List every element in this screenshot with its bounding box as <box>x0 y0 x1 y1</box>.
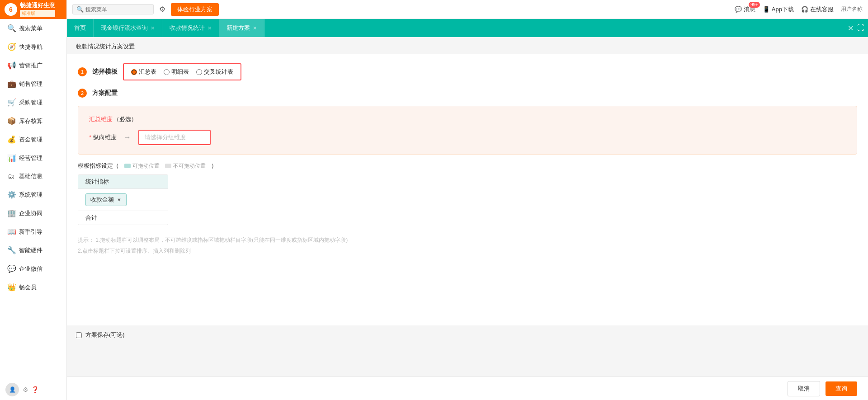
form-card: 1 选择模板 汇总表 明细表 交叉统计表 <box>67 54 868 325</box>
message-button[interactable]: 💬 消息 99+ <box>735 5 755 14</box>
message-count: 99+ <box>749 2 760 8</box>
sidebar-item-label: 企业微信 <box>19 265 42 273</box>
tab-cashflow[interactable]: 现金银行流水查询 ✕ <box>94 19 162 37</box>
dimension-panel: 汇总维度（必选） * 纵向维度 → 请选择分组维度 <box>78 106 857 155</box>
radio-cross-input[interactable] <box>196 69 202 75</box>
query-button[interactable]: 查询 <box>826 381 857 396</box>
download-button[interactable]: 📱 App下载 <box>763 5 794 14</box>
sidebar-item-business[interactable]: 📊 经营管理 <box>0 149 66 167</box>
step1-label: 选择模板 <box>92 68 118 76</box>
draggable-dot <box>124 164 131 168</box>
page-title: 收款情况统计方案设置 <box>67 37 868 54</box>
avatar: 👤 <box>5 383 19 396</box>
sidebar-item-label: 智能硬件 <box>19 246 42 254</box>
step2-label: 方案配置 <box>92 89 118 97</box>
logo-text: 畅捷通好生意 <box>20 2 55 9</box>
tab-new-plan[interactable]: 新建方案 ✕ <box>219 19 264 37</box>
topbar-right: 💬 消息 99+ 📱 App下载 🎧 在线客服 用户名称 <box>735 5 863 14</box>
marketing-icon: 📢 <box>7 61 15 70</box>
sidebar-item-guide[interactable]: 📖 新手引导 <box>0 222 66 241</box>
cancel-button[interactable]: 取消 <box>788 381 820 396</box>
save-checkbox[interactable] <box>76 332 82 338</box>
radio-cross[interactable]: 交叉统计表 <box>196 68 233 76</box>
hint-line-1: 提示： 1.拖动标题栏可以调整布局，不可跨维度或指标区域拖动栏目字段(只能在同一… <box>78 235 857 245</box>
hardware-icon: 🔧 <box>7 246 15 254</box>
help-icon[interactable]: ❓ <box>31 386 39 393</box>
radio-detail-input[interactable] <box>164 69 170 75</box>
tab-receipt-close[interactable]: ✕ <box>208 25 212 31</box>
draggable-label: 可拖动位置 <box>132 162 160 170</box>
metrics-table: 统计指标 收款金额 ▼ 合计 <box>78 174 168 225</box>
sidebar-item-label: 快捷导航 <box>19 43 42 51</box>
radio-cross-label: 交叉统计表 <box>204 68 233 76</box>
hint-line-2: 2.点击标题栏下拉可设置排序、插入列和删除列 <box>78 246 857 256</box>
metrics-section-label: 模板指标设定（ <box>78 162 119 170</box>
metrics-section: 模板指标设定（ 可拖动位置 不可拖动位置 ） <box>78 162 857 226</box>
sidebar-item-hardware[interactable]: 🔧 智能硬件 <box>0 241 66 259</box>
sidebar-item-enterprise[interactable]: 🏢 企业协同 <box>0 204 66 222</box>
service-icon: 🎧 <box>801 6 808 13</box>
sidebar-item-nav[interactable]: 🧭 快捷导航 <box>0 38 66 56</box>
tab-cashflow-label: 现金银行流水查询 <box>101 24 148 32</box>
search-icon: 🔍 <box>76 6 84 13</box>
tab-home-label: 首页 <box>74 24 86 32</box>
sidebar-bottom-icons: ⚙ ❓ <box>23 386 39 393</box>
tab-close-all-icon[interactable]: ✕ <box>848 24 854 33</box>
tab-expand-icon[interactable]: ⛶ <box>857 24 864 32</box>
guide-icon: 📖 <box>7 227 15 236</box>
vertical-dim-label: * 纵向维度 <box>89 133 117 141</box>
topbar: 🔍 ⚙ 体验行业方案 💬 消息 99+ 📱 App下载 🎧 在线客服 用户名称 <box>67 0 868 19</box>
hint-text: 提示： 1.拖动标题栏可以调整布局，不可跨维度或指标区域拖动栏目字段(只能在同一… <box>78 235 857 256</box>
sidebar-item-system[interactable]: ⚙️ 系统管理 <box>0 185 66 204</box>
sidebar-item-label: 新手引导 <box>19 228 42 236</box>
search-input[interactable] <box>85 6 149 13</box>
sidebar-item-label: 采购管理 <box>19 99 42 107</box>
edition-badge: 标准版 <box>20 10 55 17</box>
sidebar-item-basic-info[interactable]: 🗂 基础信息 <box>0 167 66 185</box>
sidebar-item-inventory[interactable]: 📦 库存核算 <box>0 112 66 130</box>
inventory-icon: 📦 <box>7 117 15 125</box>
metrics-tag-label: 收款金额 <box>90 196 114 204</box>
sidebar-item-purchase[interactable]: 🛒 采购管理 <box>0 93 66 112</box>
user-info[interactable]: 用户名称 <box>841 5 863 13</box>
dimension-select[interactable]: 请选择分组维度 <box>138 130 211 145</box>
service-button[interactable]: 🎧 在线客服 <box>801 5 834 14</box>
sidebar-item-marketing[interactable]: 📢 营销推广 <box>0 56 66 75</box>
sidebar: 6 畅捷通好生意 标准版 🔍 搜索菜单 🧭 快捷导航 📢 营销推广 💼 销售管理… <box>0 0 67 400</box>
purchase-icon: 🛒 <box>7 98 15 107</box>
tab-cashflow-close[interactable]: ✕ <box>151 25 155 31</box>
sidebar-item-label: 库存核算 <box>19 117 42 125</box>
logo-icon: 6 <box>5 3 17 16</box>
search-box[interactable]: 🔍 <box>72 4 154 14</box>
tab-home[interactable]: 首页 <box>67 19 94 37</box>
radio-summary-input[interactable] <box>131 69 137 75</box>
legend-draggable: 可拖动位置 <box>124 162 160 170</box>
dimension-placeholder: 请选择分组维度 <box>145 134 186 141</box>
sidebar-item-label: 企业协同 <box>19 209 42 217</box>
sidebar-item-label: 系统管理 <box>19 191 42 199</box>
metrics-tag-amount[interactable]: 收款金额 ▼ <box>85 193 127 206</box>
message-icon: 💬 <box>735 6 742 13</box>
radio-detail[interactable]: 明细表 <box>164 68 189 76</box>
metrics-total: 合计 <box>78 211 168 225</box>
wechat-icon: 💬 <box>7 264 15 273</box>
sidebar-item-wechat[interactable]: 💬 企业微信 <box>0 259 66 278</box>
fixed-dot <box>165 164 171 168</box>
sidebar-item-member[interactable]: 👑 畅会员 <box>0 278 66 296</box>
sidebar-item-label: 基础信息 <box>19 172 42 180</box>
radio-summary[interactable]: 汇总表 <box>131 68 156 76</box>
sidebar-item-search[interactable]: 🔍 搜索菜单 <box>0 19 66 38</box>
tab-receipt[interactable]: 收款情况统计 ✕ <box>162 19 219 37</box>
tabbar: 首页 现金银行流水查询 ✕ 收款情况统计 ✕ 新建方案 ✕ ✕ ⛶ <box>67 19 868 37</box>
sidebar-item-sales[interactable]: 💼 销售管理 <box>0 75 66 93</box>
trial-button[interactable]: 体验行业方案 <box>171 3 219 16</box>
step2-badge: 2 <box>78 89 87 98</box>
save-label: 方案保存(可选) <box>85 331 125 339</box>
tag-dropdown-icon[interactable]: ▼ <box>117 197 122 202</box>
gear-icon[interactable]: ⚙ <box>159 5 165 14</box>
tab-new-plan-close[interactable]: ✕ <box>253 25 257 31</box>
sidebar-item-finance[interactable]: 💰 资金管理 <box>0 130 66 149</box>
settings-icon[interactable]: ⚙ <box>23 386 28 393</box>
tab-new-plan-label: 新建方案 <box>226 24 250 32</box>
save-row: 方案保存(可选) <box>67 325 868 344</box>
